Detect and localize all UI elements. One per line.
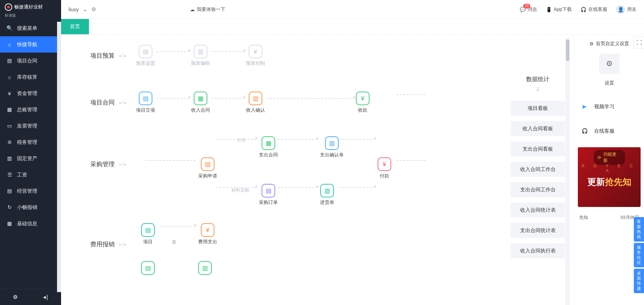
node-goods-in[interactable]: ▥进货单 bbox=[320, 184, 334, 206]
money-icon: ¥ bbox=[6, 90, 13, 97]
canvas-scrollbar[interactable] bbox=[565, 38, 570, 305]
node-purchase-req[interactable]: ▤采购申请 bbox=[198, 157, 217, 179]
salary-icon: ☰ bbox=[6, 171, 13, 178]
node-budget-setting[interactable]: ▤预算设置 bbox=[136, 45, 155, 66]
float-desktop[interactable]: 桌面快捷 bbox=[634, 269, 644, 293]
stat-expense-board[interactable]: 支出合同看板 bbox=[511, 141, 565, 156]
row-purchase-label: 采购管理 bbox=[77, 160, 117, 168]
stat-income-exec[interactable]: 收入合同执行表 bbox=[511, 243, 565, 258]
gear-icon: ⚙ bbox=[606, 59, 613, 68]
connector bbox=[160, 226, 195, 227]
nav-project-contract[interactable]: ▤ 项目合同 bbox=[0, 53, 61, 69]
nav-search[interactable]: 🔍 搜索菜单 bbox=[0, 20, 61, 36]
messages[interactable]: 💬 29 消息 bbox=[520, 6, 537, 13]
sidebar-scrollbar[interactable] bbox=[57, 22, 61, 292]
node-project[interactable]: ▤项目 bbox=[141, 223, 155, 245]
nav-assets[interactable]: ▥ 固定资产 bbox=[0, 150, 61, 167]
float-hotline[interactable]: 客服热线 bbox=[634, 217, 644, 242]
user-menu[interactable]: 👤 用友 bbox=[616, 5, 637, 14]
connector bbox=[266, 98, 355, 99]
connector bbox=[339, 139, 375, 140]
stat-expense-report[interactable]: 支出合同统计表 bbox=[511, 223, 565, 238]
node-budget-compile[interactable]: ▥预算编制 bbox=[191, 45, 210, 66]
nav-quick[interactable]: ⌂ 快捷导航 bbox=[0, 36, 61, 53]
brand-logo-icon bbox=[5, 3, 12, 11]
refresh-icon: ⟳ bbox=[598, 155, 601, 160]
connector bbox=[396, 160, 425, 161]
basic-icon: ▦ bbox=[6, 220, 13, 227]
float-community[interactable]: 服务社区 bbox=[634, 243, 644, 267]
node-income-contract[interactable]: ▦收入合同 bbox=[191, 92, 210, 113]
collapse-button[interactable]: ◂∣ bbox=[31, 289, 61, 305]
fullscreen-toggle[interactable]: ⛶ bbox=[634, 37, 644, 49]
stat-income-bench[interactable]: 收入合同工作台 bbox=[511, 162, 565, 177]
nav-ledger[interactable]: ▦ 总账管理 bbox=[0, 101, 61, 118]
promo-card[interactable]: ⟳ 功能更新 A O Y E C A 更新抢先知 bbox=[578, 147, 641, 207]
connector bbox=[278, 139, 318, 140]
assets-icon: ▥ bbox=[6, 155, 13, 162]
nav-invoice[interactable]: ▭ 发票管理 bbox=[0, 118, 61, 134]
connector bbox=[156, 98, 190, 99]
home-icon: ⌂ bbox=[6, 41, 13, 48]
online-support[interactable]: 🎧 在线客服 bbox=[581, 6, 607, 13]
gear-outline-icon: ⚙ bbox=[589, 41, 594, 46]
node-expense-out[interactable]: ¥费用支出 bbox=[198, 223, 217, 245]
phone-icon: 📱 bbox=[546, 7, 552, 12]
brand-name: 畅捷通好业财 bbox=[14, 4, 43, 10]
node-budget-control[interactable]: ¥预算控制 bbox=[246, 45, 265, 66]
connector bbox=[216, 139, 257, 140]
row-budget-label: 项目预算 bbox=[77, 52, 117, 60]
tab-home[interactable]: 首页 bbox=[61, 19, 89, 34]
rpanel-settings-card[interactable]: ⚙ bbox=[599, 54, 620, 74]
connector bbox=[211, 51, 245, 52]
try-link[interactable]: ☁ 我要体验一下 bbox=[190, 6, 225, 13]
messages-badge: 29 bbox=[523, 4, 530, 8]
avatar-icon: 👤 bbox=[616, 5, 625, 14]
nav-tax[interactable]: ⊜ 税务管理 bbox=[0, 134, 61, 150]
node-expense-contract[interactable]: ▦支出合同 bbox=[259, 136, 278, 158]
row-expense-label: 费用报销 bbox=[77, 240, 117, 248]
branch-top-label: 分包 bbox=[237, 137, 246, 143]
node-project-init[interactable]: ▤项目立项 bbox=[136, 92, 155, 113]
stat-expense-bench[interactable]: 支出合同工作台 bbox=[511, 182, 565, 197]
row-arrow-icon: ▸∣▸ bbox=[119, 161, 127, 167]
nav-inventory[interactable]: ⌂ 库存核算 bbox=[0, 69, 61, 85]
node-purchase-order[interactable]: ▤采购订单 bbox=[259, 184, 278, 206]
stat-income-report[interactable]: 收入合同统计表 bbox=[511, 203, 565, 217]
scrollbar-thumb[interactable] bbox=[566, 39, 569, 61]
headset-icon: 🎧 bbox=[581, 7, 586, 12]
promo-footer: 先知 03月06日 bbox=[578, 214, 641, 221]
promo-letters: A O Y E C A bbox=[578, 164, 641, 173]
nav-salary[interactable]: ☰ 工资 bbox=[0, 167, 61, 183]
node-receipt[interactable]: ¥收款 bbox=[356, 92, 370, 113]
connector bbox=[146, 160, 195, 161]
node-peek-1[interactable]: ▤ bbox=[141, 261, 155, 275]
app-download[interactable]: 📱 App下载 bbox=[546, 6, 572, 13]
node-income-confirm[interactable]: ▥收入确认 bbox=[246, 92, 265, 113]
business-icon: ▤ bbox=[6, 188, 13, 194]
connector bbox=[278, 187, 318, 188]
connector bbox=[156, 51, 190, 52]
chevron-down-icon: ⌄ bbox=[83, 6, 87, 13]
node-payment[interactable]: ¥付款 bbox=[378, 157, 391, 179]
planet-icon: ☁ bbox=[190, 7, 195, 12]
row-contract-label: 项目合同 bbox=[77, 98, 117, 107]
stat-income-board[interactable]: 收入合同看板 bbox=[511, 121, 565, 136]
promo-headline: 更新抢先知 bbox=[578, 176, 641, 188]
settings-button[interactable]: ⚙ bbox=[0, 289, 31, 305]
nav-basic[interactable]: ▦ 基础信息 bbox=[0, 215, 61, 232]
brand-edition: 标准版 bbox=[0, 13, 61, 20]
node-peek-2[interactable]: ▥ bbox=[198, 261, 212, 275]
rlink-video[interactable]: ▶ 视频学习 bbox=[578, 96, 641, 117]
rlink-support[interactable]: 🎧 在线客服 bbox=[578, 121, 641, 141]
nav-funds[interactable]: ¥ 资金管理 bbox=[0, 85, 61, 101]
nav-business[interactable]: ▤ 经营管理 bbox=[0, 183, 61, 199]
nav-reimburse[interactable]: ↻ 小畅报销 bbox=[0, 199, 61, 215]
stat-project-board[interactable]: 项目看板 bbox=[511, 101, 565, 116]
org-settings-icon[interactable]: ⚙ bbox=[91, 6, 96, 13]
collapse-icon: ◂∣ bbox=[43, 294, 49, 300]
org-selector[interactable]: liuxy ⌄ ⚙ bbox=[69, 6, 184, 13]
sidebar-footer: ⚙ ◂∣ bbox=[0, 289, 61, 305]
nav-list: 🔍 搜索菜单 ⌂ 快捷导航 ▤ 项目合同 ⌂ 库存核算 ¥ 资金管理 ▦ 总账管… bbox=[0, 20, 61, 289]
row-arrow-icon: ▸∣▸ bbox=[119, 53, 127, 58]
